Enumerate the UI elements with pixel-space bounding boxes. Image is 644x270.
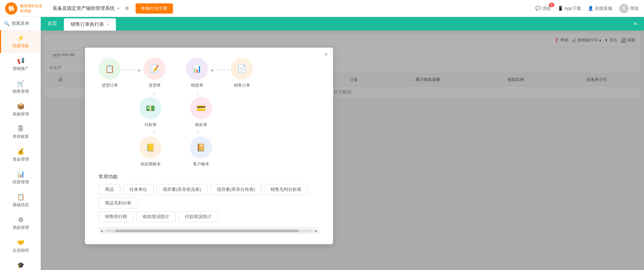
purchase-icon: 📦 [17, 103, 24, 110]
message-badge: 5 [549, 3, 554, 7]
sidebar-item-sales[interactable]: 🛒 销售管理 [0, 76, 40, 98]
sidebar-item-label: 经营管理 [13, 179, 29, 185]
scroll-track[interactable] [105, 230, 313, 232]
receipt-bill-label: 收款单 [195, 122, 207, 128]
arrow-down-supplier: ↓ [99, 129, 166, 135]
main-content: 首页 销售订单执行表 × × ❓ 帮助 🖨 [41, 17, 644, 270]
common-functions-section: 常用功能 商品 往来单位 现存量(库存状况表) 现存量(库存分布表) 销售毛利分… [99, 174, 319, 222]
supplier-ledger-node[interactable]: 📒 供应商账本 [139, 137, 161, 167]
func-btn-inventory-distribution[interactable]: 现存量(库存分布表) [210, 184, 262, 195]
user-menu[interactable]: 友 用友 [619, 4, 639, 13]
tab-bar-right: × [630, 20, 644, 28]
payment-bill-node[interactable]: 💵 付款单 [139, 97, 161, 128]
sidebar-item-operations[interactable]: 📊 经营管理 [0, 166, 40, 189]
func-btn-sales-margin[interactable]: 销售毛利分析表 [264, 184, 308, 195]
sales-order-node[interactable]: 📄 销售订单 [231, 58, 253, 88]
service-icon: 👤 [588, 6, 593, 11]
sales-icon: 🛒 [17, 80, 24, 87]
customer-ledger-label: 客户账本 [193, 161, 209, 167]
dropdown-arrow-icon[interactable]: ▾ [117, 6, 119, 11]
avatar: 友 [619, 4, 629, 13]
purchase-order-circle: 📋 [99, 58, 121, 80]
customer-ledger-node[interactable]: 📔 客户账本 [190, 137, 212, 167]
user-name-label: 用友 [630, 5, 639, 12]
logo-text: 畅康通好生意 标准版 [20, 3, 42, 13]
func-btn-sales-rank[interactable]: 销售排行榜 [99, 211, 134, 222]
tab-home[interactable]: 首页 [41, 17, 64, 31]
logo-area: 畅 畅康通好生意 标准版 [5, 2, 46, 15]
func-btn-payment-stats[interactable]: 付款情况统计 [178, 211, 218, 222]
sidebar-item-enterprise[interactable]: 🤝 企业协同 [0, 235, 40, 257]
gear-button[interactable]: ⚙ [122, 3, 132, 14]
message-icon: 💬 [535, 6, 541, 11]
modal-scrollbar[interactable]: ◀ ▶ [99, 227, 319, 234]
sidebar-item-label: 系统管理 [13, 225, 29, 231]
enterprise-icon: 🤝 [17, 239, 24, 246]
basic-icon: 📋 [17, 193, 24, 201]
arrow-down-receipt: ↓ [186, 90, 253, 96]
sidebar-item-label: 库存核算 [13, 134, 29, 140]
supplier-ledger-circle: 📒 [139, 137, 161, 159]
sidebar-item-finance[interactable]: 💰 资金管理 [0, 144, 40, 166]
func-buttons-row1: 商品 往来单位 现存量(库存状况表) 现存量(库存分布表) 销售毛利分析表 商品… [99, 184, 319, 209]
sidebar-item-label: 基础信息 [13, 202, 29, 208]
search-icon: 🔍 [4, 21, 10, 26]
sidebar-item-system[interactable]: ⚙ 系统管理 [0, 212, 40, 235]
sidebar-item-marketing[interactable]: 📢 营销推广 [0, 53, 40, 76]
sales-order-label: 销售订单 [234, 83, 250, 88]
content-area: ❓ 帮助 🖨 按模板打印 ▾ ⬆ 导出 🔄 刷新 [41, 31, 644, 270]
tab-bar: 首页 销售订单执行表 × × [41, 17, 644, 31]
system-icon: ⚙ [18, 216, 23, 223]
tab-sales-order-exec[interactable]: 销售订单执行表 × [64, 18, 116, 31]
sidebar-item-basic[interactable]: 📋 基础信息 [0, 189, 40, 212]
app-download-label: App下载 [564, 5, 581, 12]
func-btn-product-margin[interactable]: 商品毛利分析 [99, 198, 138, 209]
left-flow-group: 📋 进货订单 ▶ 📝 进货单 [99, 58, 166, 167]
tab-close-icon[interactable]: × [107, 22, 109, 27]
func-btn-contacts[interactable]: 往来单位 [123, 184, 154, 195]
purchase-order-label: 进货订单 [102, 83, 118, 88]
arrow-sales-order-to-bill: ◀ [210, 67, 229, 73]
customer-ledger-circle: 📔 [190, 137, 212, 159]
sidebar-item-label: 销售管理 [13, 89, 29, 94]
sales-row: 📊 销货单 ◀ 📄 销售订单 [186, 58, 253, 88]
receipt-bill-node[interactable]: 💳 收款单 [190, 97, 212, 128]
search-menu-label: 搜索菜单 [12, 20, 29, 26]
sidebar-item-inventory[interactable]: 🗄 库存核算 [0, 121, 40, 144]
sales-bill-label: 销货单 [191, 83, 203, 88]
sidebar-item-newbie[interactable]: 🎓 新手引导 [0, 257, 40, 270]
modal-close-button[interactable]: × [324, 51, 328, 58]
purchase-bill-circle: 📝 [143, 58, 166, 80]
purchase-bill-node[interactable]: 📝 进货单 [143, 58, 166, 88]
window-close-button[interactable]: × [630, 20, 641, 27]
dashed-line2 [212, 70, 229, 70]
system-title: 装备及固定资产辅助管理系统 ▾ [53, 5, 119, 12]
func-btn-receipt-stats[interactable]: 收款情况统计 [136, 211, 176, 222]
sidebar-item-quick-nav[interactable]: ⚡ 快捷导航 [0, 30, 40, 53]
scroll-thumb [115, 230, 299, 232]
purchase-row: 📋 进货订单 ▶ 📝 进货单 [99, 58, 166, 88]
arrow-right-icon: ▶ [138, 67, 142, 73]
flow-modal: × 📋 进货订单 [85, 48, 333, 244]
func-btn-inventory-status[interactable]: 现存量(库存状况表) [156, 184, 208, 195]
top-bar: 畅 畅康通好生意 标准版 装备及固定资产辅助管理系统 ▾ ⚙ 体验行业方案 💬 … [0, 0, 644, 17]
inventory-icon: 🗄 [18, 125, 24, 132]
sidebar-item-purchase[interactable]: 📦 采购管理 [0, 98, 40, 121]
func-btn-product[interactable]: 商品 [99, 184, 120, 195]
arrow-purchase-to-bill: ▶ [122, 67, 142, 73]
online-service-label: 在线客服 [595, 5, 612, 12]
sales-bill-node[interactable]: 📊 销货单 [186, 58, 208, 88]
scroll-left-icon[interactable]: ◀ [100, 229, 103, 233]
payment-bill-circle: 💵 [139, 97, 161, 119]
payment-bill-label: 付款单 [144, 122, 157, 128]
search-menu-button[interactable]: 🔍 搜索菜单 [0, 17, 40, 30]
sales-order-circle: 📄 [231, 58, 253, 80]
app-download-button[interactable]: 📱 App下载 [558, 5, 581, 12]
online-service-button[interactable]: 👤 在线客服 [588, 5, 612, 12]
sidebar-item-label: 资金管理 [13, 157, 29, 162]
experience-button[interactable]: 体验行业方案 [136, 3, 173, 14]
purchase-order-node[interactable]: 📋 进货订单 [99, 58, 121, 88]
scroll-right-icon[interactable]: ▶ [315, 229, 318, 233]
message-button[interactable]: 💬 消息 5 [535, 5, 551, 12]
receipt-bill-circle: 💳 [190, 97, 212, 119]
